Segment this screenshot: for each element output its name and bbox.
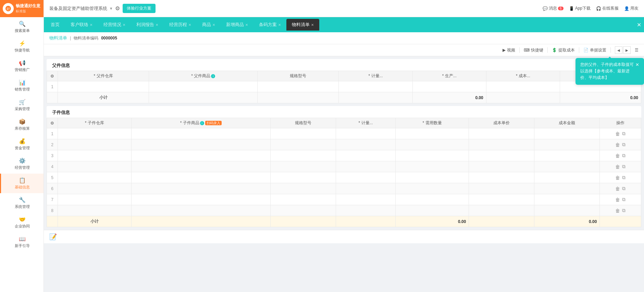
sidebar-item-search[interactable]: 🔍搜索菜单 bbox=[0, 17, 44, 37]
child-amount-1[interactable] bbox=[534, 128, 600, 139]
child-product-2[interactable] bbox=[131, 139, 271, 150]
message-btn[interactable]: 💬 消息 6 bbox=[543, 5, 564, 11]
nav-tab-4[interactable]: 经营历程✕ bbox=[164, 19, 197, 31]
child-unit-cost-6[interactable] bbox=[469, 183, 534, 194]
child-unit-1[interactable] bbox=[336, 128, 395, 139]
parent-unit-1[interactable] bbox=[339, 81, 412, 92]
child-gear-col[interactable]: ⚙ bbox=[47, 118, 58, 128]
child-warehouse-6[interactable] bbox=[58, 183, 132, 194]
dropdown-arrow-icon[interactable]: ▾ bbox=[110, 6, 112, 11]
child-qty-6[interactable] bbox=[395, 183, 469, 194]
child-copy-btn-8[interactable]: ⧉ bbox=[622, 208, 626, 213]
nav-tab-close-7[interactable]: ✕ bbox=[278, 23, 281, 27]
child-delete-btn-6[interactable]: 🗑 bbox=[615, 186, 620, 191]
sidebar-item-enterprise[interactable]: 🤝企业协同 bbox=[0, 213, 44, 232]
nav-prev-btn[interactable]: ◀ bbox=[615, 46, 622, 54]
child-amount-3[interactable] bbox=[534, 150, 600, 161]
sidebar-item-sales[interactable]: 📊销售管理 bbox=[0, 76, 44, 95]
child-delete-btn-4[interactable]: 🗑 bbox=[615, 164, 620, 170]
child-product-5[interactable] bbox=[131, 172, 271, 183]
sidebar-item-ops[interactable]: ⚙️经营管理 bbox=[0, 154, 44, 174]
child-unit-8[interactable] bbox=[336, 205, 395, 216]
child-product-6[interactable] bbox=[131, 183, 271, 194]
child-unit-2[interactable] bbox=[336, 139, 395, 150]
sidebar-item-marketing[interactable]: 📢营销推广 bbox=[0, 56, 44, 76]
child-qty-2[interactable] bbox=[395, 139, 469, 150]
nav-tab-close-1[interactable]: ✕ bbox=[90, 23, 92, 27]
sidebar-item-quick-nav[interactable]: ⚡快捷导航 bbox=[0, 37, 44, 56]
child-qty-1[interactable] bbox=[395, 128, 469, 139]
extract-cost-btn[interactable]: 💲 提取成本 bbox=[552, 47, 575, 53]
child-delete-btn-8[interactable]: 🗑 bbox=[615, 208, 620, 213]
sidebar-item-basic-info[interactable]: 📋基础信息 bbox=[0, 174, 44, 193]
child-unit-cost-3[interactable] bbox=[469, 150, 534, 161]
nav-tab-2[interactable]: 经营情况✕ bbox=[98, 19, 131, 31]
nav-tab-1[interactable]: 客户联络✕ bbox=[65, 19, 98, 31]
child-copy-btn-4[interactable]: ⧉ bbox=[622, 164, 626, 170]
scan-badge[interactable]: 扫码录入 bbox=[205, 121, 222, 125]
sidebar-item-finance[interactable]: 💰资金管理 bbox=[0, 135, 44, 154]
parent-gear-col[interactable]: ⚙ bbox=[47, 71, 58, 81]
child-copy-btn-7[interactable]: ⧉ bbox=[622, 197, 626, 202]
child-unit-5[interactable] bbox=[336, 172, 395, 183]
child-spec-2[interactable] bbox=[271, 139, 336, 150]
child-spec-5[interactable] bbox=[271, 172, 336, 183]
parent-product-1[interactable] bbox=[149, 81, 258, 92]
app-download-btn[interactable]: 📱 App下载 bbox=[569, 5, 591, 11]
child-spec-1[interactable] bbox=[271, 128, 336, 139]
child-warehouse-7[interactable] bbox=[58, 194, 132, 205]
child-unit-3[interactable] bbox=[336, 150, 395, 161]
child-qty-8[interactable] bbox=[395, 205, 469, 216]
sidebar-item-inventory[interactable]: 📦库存核算 bbox=[0, 115, 44, 135]
child-spec-8[interactable] bbox=[271, 205, 336, 216]
parent-spec-1[interactable] bbox=[258, 81, 339, 92]
child-unit-4[interactable] bbox=[336, 161, 395, 172]
child-unit-cost-8[interactable] bbox=[469, 205, 534, 216]
child-spec-7[interactable] bbox=[271, 194, 336, 205]
child-warehouse-1[interactable] bbox=[58, 128, 132, 139]
shortcut-btn[interactable]: ⌨ 快捷键 bbox=[524, 47, 543, 53]
child-copy-btn-2[interactable]: ⧉ bbox=[622, 142, 626, 148]
child-spec-6[interactable] bbox=[271, 183, 336, 194]
nav-tab-close-3[interactable]: ✕ bbox=[156, 23, 158, 27]
settings-icon[interactable]: ⚙ bbox=[115, 5, 120, 12]
child-unit-cost-2[interactable] bbox=[469, 139, 534, 150]
child-amount-4[interactable] bbox=[534, 161, 600, 172]
nav-tab-0[interactable]: 首页 bbox=[45, 19, 65, 31]
sidebar-item-guide[interactable]: 📖新手引导 bbox=[0, 232, 44, 252]
nav-tab-close-6[interactable]: ✕ bbox=[245, 23, 248, 27]
child-product-8[interactable] bbox=[131, 205, 271, 216]
child-qty-7[interactable] bbox=[395, 194, 469, 205]
breadcrumb-home[interactable]: 物料清单 bbox=[49, 35, 67, 41]
child-unit-cost-1[interactable] bbox=[469, 128, 534, 139]
sidebar-item-purchase[interactable]: 🛒采购管理 bbox=[0, 95, 44, 115]
child-warehouse-2[interactable] bbox=[58, 139, 132, 150]
view-btn[interactable]: ▶ 视频 bbox=[503, 47, 515, 53]
user-avatar[interactable]: 👤 用友 bbox=[624, 5, 639, 11]
nav-tab-close-2[interactable]: ✕ bbox=[123, 23, 125, 27]
child-unit-6[interactable] bbox=[336, 183, 395, 194]
child-unit-cost-4[interactable] bbox=[469, 161, 534, 172]
trial-btn[interactable]: 体验行业方案 bbox=[123, 4, 156, 13]
child-unit-7[interactable] bbox=[336, 194, 395, 205]
child-product-3[interactable] bbox=[131, 150, 271, 161]
child-unit-cost-7[interactable] bbox=[469, 194, 534, 205]
child-copy-btn-6[interactable]: ⧉ bbox=[622, 186, 626, 191]
nav-tab-close-4[interactable]: ✕ bbox=[188, 23, 191, 27]
parent-warehouse-1[interactable] bbox=[58, 81, 149, 92]
online-service-btn[interactable]: 🎧 在线客服 bbox=[596, 5, 619, 11]
child-delete-btn-5[interactable]: 🗑 bbox=[615, 175, 620, 180]
child-product-4[interactable] bbox=[131, 161, 271, 172]
single-setting-btn[interactable]: 📄 单据设置 bbox=[583, 47, 606, 53]
child-delete-btn-7[interactable]: 🗑 bbox=[615, 197, 620, 202]
child-amount-8[interactable] bbox=[534, 205, 600, 216]
child-qty-4[interactable] bbox=[395, 161, 469, 172]
nav-tab-3[interactable]: 利润报告✕ bbox=[131, 19, 164, 31]
child-warehouse-5[interactable] bbox=[58, 172, 132, 183]
nav-tab-7[interactable]: 条码方案✕ bbox=[253, 19, 286, 31]
child-delete-btn-3[interactable]: 🗑 bbox=[615, 153, 620, 159]
child-spec-3[interactable] bbox=[271, 150, 336, 161]
nav-tab-close-8[interactable]: ✕ bbox=[311, 23, 314, 27]
child-amount-5[interactable] bbox=[534, 172, 600, 183]
nav-tab-close-5[interactable]: ✕ bbox=[212, 23, 215, 27]
